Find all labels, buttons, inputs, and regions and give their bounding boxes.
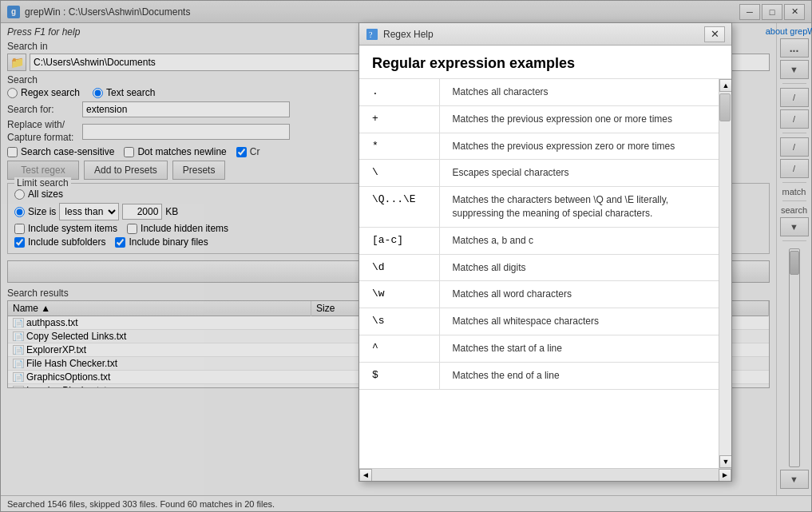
scroll-left-arrow[interactable]: ◄ [359, 469, 372, 482]
dialog-title-bar: ? Regex Help ✕ [359, 23, 731, 46]
regex-table-row: \ Escapes special characters [359, 160, 719, 187]
regex-table: . Matches all characters + Matches the p… [359, 79, 719, 390]
dialog-content: Regular expression examples . Matches al… [359, 46, 731, 481]
regex-help-dialog: ? Regex Help ✕ Regular expression exampl… [358, 22, 732, 482]
scroll-up-arrow[interactable]: ▲ [719, 79, 731, 92]
regex-symbol: * [359, 133, 439, 160]
regex-description: Matches a, b and c [439, 227, 719, 254]
scroll-thumb [719, 93, 731, 121]
regex-table-row: ^ Matches the start of a line [359, 335, 719, 362]
regex-symbol: \s [359, 308, 439, 335]
regex-description: Matches all whitespace characters [439, 308, 719, 335]
regex-table-container[interactable]: . Matches all characters + Matches the p… [359, 79, 719, 468]
regex-symbol: . [359, 79, 439, 105]
regex-description: Matches the end of a line [439, 362, 719, 389]
dialog-overlay: ? Regex Help ✕ Regular expression exampl… [0, 0, 812, 512]
regex-symbol: ^ [359, 335, 439, 362]
regex-symbol: \w [359, 281, 439, 308]
dialog-right-scrollbar[interactable]: ▲ ▼ [719, 79, 731, 468]
regex-table-row: * Matches the previous expression zero o… [359, 133, 719, 160]
scroll-right-arrow[interactable]: ► [719, 469, 731, 482]
regex-symbol: [a-c] [359, 227, 439, 254]
regex-table-row: $ Matches the end of a line [359, 362, 719, 389]
regex-symbol: $ [359, 362, 439, 389]
dialog-bottom-scrollbar: ◄ ► [359, 468, 731, 481]
regex-table-row: \d Matches all digits [359, 254, 719, 281]
dialog-title-text: Regex Help [383, 29, 704, 40]
dialog-icon: ? [366, 28, 378, 41]
regex-table-row: . Matches all characters [359, 79, 719, 105]
scroll-down-arrow[interactable]: ▼ [719, 455, 731, 468]
dialog-table-area: . Matches all characters + Matches the p… [359, 79, 731, 468]
svg-text:?: ? [369, 30, 373, 39]
regex-description: Matches all characters [439, 79, 719, 105]
regex-description: Escapes special characters [439, 160, 719, 187]
regex-description: Matches all digits [439, 254, 719, 281]
table-wrapper: . Matches all characters + Matches the p… [359, 79, 719, 468]
regex-description: Matches the start of a line [439, 335, 719, 362]
scroll-track [719, 92, 731, 455]
dialog-close-button[interactable]: ✕ [704, 26, 725, 42]
regex-symbol: \ [359, 160, 439, 187]
regex-table-row: [a-c] Matches a, b and c [359, 227, 719, 254]
dialog-main-title: Regular expression examples [372, 55, 719, 72]
regex-description: Matches all word characters [439, 281, 719, 308]
dialog-header: Regular expression examples [359, 46, 731, 79]
regex-table-row: + Matches the previous expression one or… [359, 105, 719, 133]
regex-table-row: \w Matches all word characters [359, 281, 719, 308]
regex-symbol: + [359, 105, 439, 133]
regex-description: Matches the previous expression zero or … [439, 133, 719, 160]
regex-table-row: \s Matches all whitespace characters [359, 308, 719, 335]
horizontal-scroll-track[interactable] [372, 469, 719, 482]
regex-description: Matches the previous expression one or m… [439, 105, 719, 133]
regex-symbol: \Q...\E [359, 187, 439, 228]
regex-symbol: \d [359, 254, 439, 281]
regex-table-row: \Q...\E Matches the characters between \… [359, 187, 719, 228]
regex-description: Matches the characters between \Q and \E… [439, 187, 719, 228]
